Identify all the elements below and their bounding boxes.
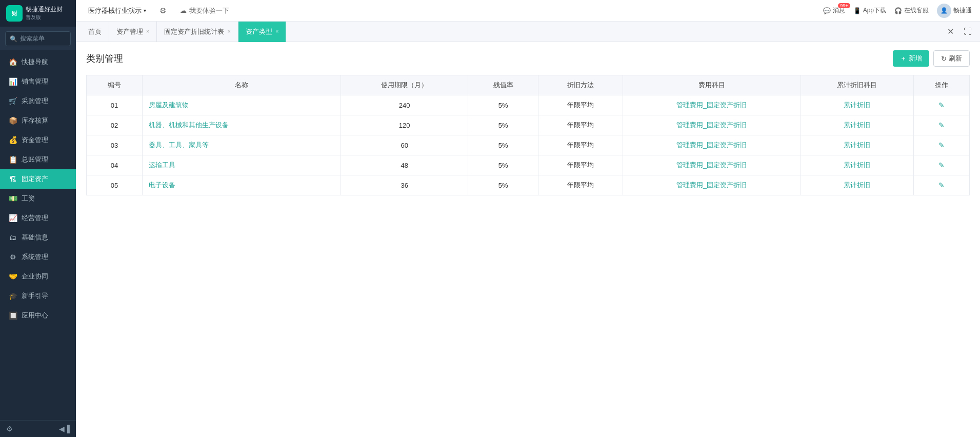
tab-asset-mgmt-close[interactable]: × [146, 29, 149, 34]
expense-link[interactable]: 管理费用_固定资产折旧 [676, 161, 747, 169]
collapse-button[interactable]: ◀▐ [59, 425, 70, 433]
refresh-button[interactable]: ↻ 刷新 [933, 50, 970, 67]
sidebar-item-collab[interactable]: 🤝 企业协同 [0, 267, 76, 286]
headset-icon: 🎧 [894, 7, 902, 14]
settings-gear-button[interactable]: ⚙ [155, 4, 170, 18]
tab-home[interactable]: 首页 [81, 22, 109, 42]
sidebar-item-inventory[interactable]: 📦 库存核算 [0, 111, 76, 130]
expense-link[interactable]: 管理费用_固定资产折旧 [676, 121, 747, 129]
ledger-icon: 📋 [8, 155, 17, 164]
cell-method: 年限平均 [538, 115, 623, 135]
cell-action: ✎ [913, 155, 969, 175]
accumulated-link[interactable]: 累计折旧 [844, 121, 870, 129]
demo-selector[interactable]: 医疗器械行业演示 ▾ [84, 4, 150, 17]
sidebar-item-purchase[interactable]: 🛒 采购管理 [0, 91, 76, 111]
cell-accumulated: 累计折旧 [801, 155, 913, 175]
new-button[interactable]: ＋ 新增 [893, 50, 929, 67]
cell-action: ✎ [913, 95, 969, 115]
appcenter-icon: 🔲 [8, 311, 17, 320]
col-residual: 残值率 [468, 75, 538, 95]
avatar: 👤 [937, 4, 951, 18]
edit-button[interactable]: ✎ [938, 141, 945, 149]
sidebar-item-guide[interactable]: 🎓 新手引导 [0, 286, 76, 306]
cell-name: 器具、工具、家具等 [143, 135, 341, 155]
edit-button[interactable]: ✎ [938, 161, 945, 169]
cell-expense: 管理费用_固定资产折旧 [623, 115, 801, 135]
sidebar-item-appcenter[interactable]: 🔲 应用中心 [0, 306, 76, 325]
col-months: 使用期限（月） [341, 75, 468, 95]
message-button[interactable]: 💬 消息 99+ [823, 6, 845, 15]
accumulated-link[interactable]: 累计折旧 [844, 141, 870, 149]
close-tab-button[interactable]: ✕ [943, 25, 957, 39]
message-badge: 99+ [838, 3, 850, 8]
table-row: 03 器具、工具、家具等 60 5% 年限平均 管理费用_固定资产折旧 累计折旧… [87, 135, 970, 155]
cell-id: 04 [87, 155, 143, 175]
trial-button[interactable]: ☁ 我要体验一下 [180, 6, 229, 15]
tab-asset-mgmt[interactable]: 资产管理 × [109, 22, 157, 42]
header-actions: ＋ 新增 ↻ 刷新 [893, 50, 970, 67]
cell-months: 48 [341, 155, 468, 175]
sidebar-search-area: 🔍 搜索菜单 [0, 27, 76, 50]
cell-id: 02 [87, 115, 143, 135]
category-name-link[interactable]: 房屋及建筑物 [149, 101, 189, 109]
expense-link[interactable]: 管理费用_固定资产折旧 [676, 101, 747, 109]
sidebar-item-system[interactable]: ⚙ 系统管理 [0, 247, 76, 267]
basic-icon: 🗂 [8, 233, 17, 242]
topbar: 医疗器械行业演示 ▾ ⚙ ☁ 我要体验一下 💬 消息 99+ 📱 App下载 🎧… [76, 0, 980, 22]
cell-residual: 5% [468, 115, 538, 135]
expense-link[interactable]: 管理费用_固定资产折旧 [676, 141, 747, 149]
cell-id: 01 [87, 95, 143, 115]
col-expense: 费用科目 [623, 75, 801, 95]
sidebar-item-quicknav[interactable]: 🏠 快捷导航 [0, 52, 76, 72]
tab-depreciation[interactable]: 固定资产折旧统计表 × [157, 22, 238, 42]
online-service-button[interactable]: 🎧 在线客服 [894, 6, 929, 15]
expense-link[interactable]: 管理费用_固定资产折旧 [676, 181, 747, 189]
cell-expense: 管理费用_固定资产折旧 [623, 155, 801, 175]
category-name-link[interactable]: 机器、机械和其他生产设备 [149, 121, 229, 129]
category-name-link[interactable]: 运输工具 [149, 161, 175, 169]
tab-depreciation-close[interactable]: × [227, 29, 230, 34]
app-download-button[interactable]: 📱 App下载 [853, 6, 886, 15]
expand-tab-button[interactable]: ⛶ [961, 25, 975, 39]
tab-asset-type-close[interactable]: × [275, 29, 278, 34]
chevron-down-icon: ▾ [144, 8, 146, 13]
edit-button[interactable]: ✎ [938, 101, 945, 109]
cell-method: 年限平均 [538, 95, 623, 115]
sidebar-item-ops[interactable]: 📈 经营管理 [0, 208, 76, 228]
sidebar-item-sales[interactable]: 📊 销售管理 [0, 72, 76, 91]
table-row: 05 电子设备 36 5% 年限平均 管理费用_固定资产折旧 累计折旧 ✎ [87, 175, 970, 195]
sidebar-item-fixed[interactable]: 🏗 固定资产 [0, 169, 76, 189]
tab-asset-type[interactable]: 资产类型 × [238, 22, 286, 42]
message-icon: 💬 [823, 7, 831, 14]
accumulated-link[interactable]: 累计折旧 [844, 101, 870, 109]
settings-button[interactable]: ⚙ [6, 425, 13, 433]
user-menu[interactable]: 👤 畅捷通 [937, 4, 972, 18]
accumulated-link[interactable]: 累计折旧 [844, 161, 870, 169]
user-icon: 👤 [941, 7, 948, 14]
search-menu-button[interactable]: 🔍 搜索菜单 [5, 31, 71, 46]
cell-expense: 管理费用_固定资产折旧 [623, 175, 801, 195]
cell-expense: 管理费用_固定资产折旧 [623, 135, 801, 155]
sidebar-item-ledger[interactable]: 📋 总账管理 [0, 150, 76, 169]
home-icon: 🏠 [8, 58, 17, 66]
tabs-bar: 首页 资产管理 × 固定资产折旧统计表 × 资产类型 × ✕ ⛶ [76, 22, 980, 42]
table-row: 01 房屋及建筑物 240 5% 年限平均 管理费用_固定资产折旧 累计折旧 ✎ [87, 95, 970, 115]
edit-button[interactable]: ✎ [938, 121, 945, 129]
col-actions: 操作 [913, 75, 969, 95]
cell-accumulated: 累计折旧 [801, 135, 913, 155]
cell-name: 机器、机械和其他生产设备 [143, 115, 341, 135]
topbar-right: 💬 消息 99+ 📱 App下载 🎧 在线客服 👤 畅捷通 [823, 4, 972, 18]
category-table: 编号 名称 使用期限（月） 残值率 折旧方法 费用科目 累计折旧科目 操作 01… [86, 75, 970, 195]
funds-icon: 💰 [8, 136, 17, 144]
demo-name: 医疗器械行业演示 [88, 6, 142, 15]
col-id: 编号 [87, 75, 143, 95]
sidebar-item-salary[interactable]: 💵 工资 [0, 189, 76, 208]
edit-button[interactable]: ✎ [938, 181, 945, 189]
sidebar-footer: ⚙ ◀▐ [0, 420, 76, 437]
sidebar-item-basic[interactable]: 🗂 基础信息 [0, 228, 76, 247]
category-name-link[interactable]: 电子设备 [149, 181, 175, 189]
category-name-link[interactable]: 器具、工具、家具等 [149, 141, 209, 149]
sidebar-item-funds[interactable]: 💰 资金管理 [0, 130, 76, 150]
accumulated-link[interactable]: 累计折旧 [844, 181, 870, 189]
collab-icon: 🤝 [8, 272, 17, 281]
